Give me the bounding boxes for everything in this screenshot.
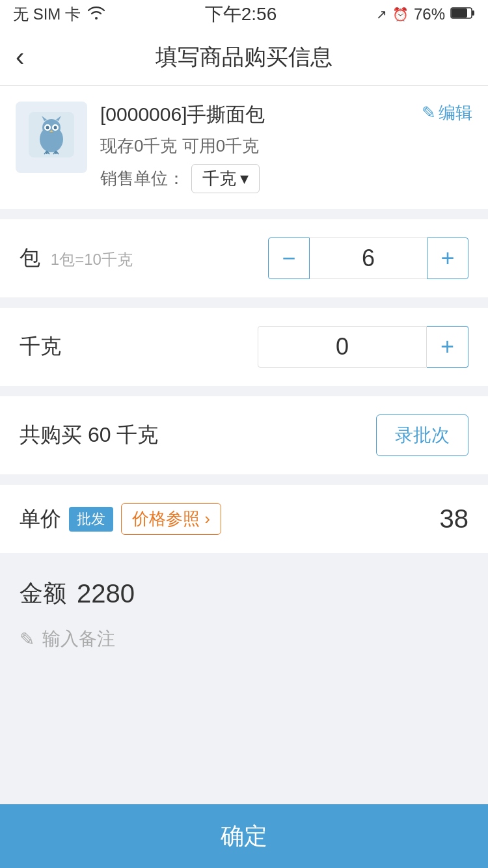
product-logo: [29, 112, 74, 163]
back-button[interactable]: ‹: [16, 42, 24, 72]
svg-point-10: [46, 126, 49, 129]
edit-icon: ✎: [422, 103, 436, 123]
status-right: ↗ ⏰ 76%: [376, 5, 475, 23]
bao-qty-input[interactable]: [310, 237, 427, 279]
amount-section: 金额 2280 ✎ 输入备注: [0, 553, 488, 670]
summary-text: 共购买 60 千克: [20, 421, 158, 450]
amount-row: 金额 2280: [20, 571, 468, 616]
bao-plus-button[interactable]: +: [427, 237, 468, 279]
bottom-spacer: [0, 670, 488, 741]
bao-sublabel: 1包=10千克: [51, 251, 133, 268]
location-icon: ↗: [376, 7, 387, 22]
chevron-down-icon: ▾: [240, 169, 249, 189]
amount-label: 金额: [20, 578, 66, 610]
note-row[interactable]: ✎ 输入备注: [20, 616, 468, 670]
kg-plus-button[interactable]: +: [427, 326, 468, 368]
bao-minus-button[interactable]: −: [268, 237, 310, 279]
price-label-group: 单价 批发 价格参照 ›: [20, 503, 221, 535]
edit-label: 编辑: [439, 102, 472, 124]
price-section: 单价 批发 价格参照 › 38: [0, 485, 488, 553]
summary-section: 共购买 60 千克 录批次: [0, 396, 488, 474]
kg-row: 千克 +: [0, 308, 488, 386]
bao-section: 包 1包=10千克 − +: [0, 219, 488, 297]
kg-label: 千克: [20, 334, 61, 358]
bao-label-group: 包 1包=10千克: [20, 244, 133, 273]
confirm-button[interactable]: 确定: [0, 804, 488, 868]
price-row: 单价 批发 价格参照 › 38: [0, 485, 488, 553]
status-time: 下午2:56: [205, 2, 277, 27]
kg-qty-control: +: [258, 326, 468, 368]
product-unit-row: 销售单位： 千克 ▾: [100, 164, 409, 193]
kg-qty-input[interactable]: [258, 326, 427, 368]
unit-value: 千克: [202, 167, 236, 190]
battery-icon: [450, 5, 475, 23]
status-left: 无 SIM 卡: [13, 4, 105, 25]
edit-button[interactable]: ✎ 编辑: [422, 102, 472, 124]
note-placeholder: 输入备注: [42, 627, 115, 651]
product-card: [0000006]手撕面包 现存0千克 可用0千克 销售单位： 千克 ▾ ✎ 编…: [0, 86, 488, 209]
product-name: [0000006]手撕面包: [100, 102, 409, 128]
wifi-icon: [87, 5, 105, 23]
unit-select[interactable]: 千克 ▾: [191, 164, 260, 193]
pencil-icon: ✎: [20, 629, 34, 650]
bao-label: 包: [20, 246, 40, 269]
svg-point-11: [54, 126, 57, 129]
svg-rect-1: [472, 10, 474, 16]
product-info: [0000006]手撕面包 现存0千克 可用0千克 销售单位： 千克 ▾: [100, 102, 409, 193]
kg-label-group: 千克: [20, 332, 61, 361]
page-title: 填写商品购买信息: [156, 42, 332, 72]
price-tag: 批发: [69, 507, 113, 532]
svg-rect-2: [452, 8, 467, 18]
product-thumbnail: [16, 102, 87, 173]
unit-label: 销售单位：: [100, 167, 185, 190]
product-stock: 现存0千克 可用0千克: [100, 135, 409, 157]
amount-value: 2280: [77, 579, 135, 608]
bao-row: 包 1包=10千克 − +: [0, 219, 488, 297]
alarm-icon: ⏰: [392, 7, 409, 22]
confirm-label: 确定: [221, 821, 267, 852]
nav-bar: ‹ 填写商品购买信息: [0, 29, 488, 86]
bao-qty-control: − +: [268, 237, 468, 279]
kg-section: 千克 +: [0, 308, 488, 386]
price-value: 38: [440, 504, 469, 534]
status-bar: 无 SIM 卡 下午2:56 ↗ ⏰ 76%: [0, 0, 488, 29]
battery-label: 76%: [414, 5, 445, 23]
price-ref-button[interactable]: 价格参照 ›: [121, 503, 221, 535]
price-label: 单价: [20, 505, 61, 534]
sim-label: 无 SIM 卡: [13, 4, 81, 25]
batch-button[interactable]: 录批次: [376, 414, 468, 456]
